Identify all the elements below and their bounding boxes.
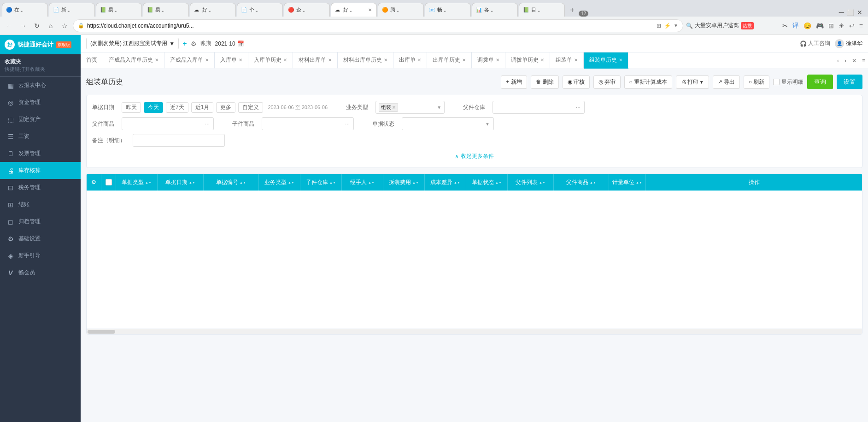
browser-tab-9[interactable]: 🟠 腾... (378, 3, 424, 17)
sort-status[interactable]: ▲▼ (495, 181, 502, 184)
browser-tab-7[interactable]: 🔴 企... (284, 3, 330, 17)
page-tab-in-history[interactable]: 入库单历史 ✕ (248, 52, 293, 69)
emoji-icon[interactable]: 😊 (802, 21, 813, 31)
display-checkbox[interactable] (773, 79, 780, 85)
browser-tab-8[interactable]: ☁ 好... ✕ (331, 3, 377, 17)
th-fee[interactable]: 拆装费用 ▲▼ (383, 174, 425, 191)
sidebar-item-salary[interactable]: ☰ 工资 (0, 128, 81, 145)
calendar-icon[interactable]: 📅 (237, 40, 244, 47)
status-dropdown-icon[interactable]: ▼ (485, 121, 490, 127)
page-tab-material-out[interactable]: 材料出库单 ✕ (293, 52, 338, 69)
tab-close-material-out-history[interactable]: ✕ (384, 58, 387, 63)
sidebar-item-settings[interactable]: ⚙ 基础设置 (0, 230, 81, 247)
scissors-icon[interactable]: ✂ (781, 21, 789, 31)
th-status[interactable]: 单据状态 ▲▼ (466, 174, 508, 191)
th-handler[interactable]: 经手人 ▲▼ (342, 174, 383, 191)
th-checkbox[interactable] (101, 174, 116, 191)
sidebar-item-closing[interactable]: ⊞ 结账 (0, 196, 81, 213)
sun-icon[interactable]: ☀ (837, 21, 846, 31)
yesterday-button[interactable]: 昨天 (122, 102, 141, 113)
favorites-subtitle[interactable]: 快捷键打开收藏夹 (5, 66, 76, 73)
browser-tab-3[interactable]: 📗 易... (96, 3, 142, 17)
browser-tab-10[interactable]: 📧 畅... (425, 3, 471, 17)
browser-tab-11[interactable]: 📊 各... (472, 3, 518, 17)
browser-tab-6[interactable]: 📄 个... (237, 3, 283, 17)
tab-close-all-button[interactable]: ✕ (849, 56, 859, 66)
home-button[interactable]: ⌂ (45, 20, 56, 31)
sidebar-logo[interactable]: 好 畅捷通好会计 旗舰版 (0, 35, 81, 54)
week-button[interactable]: 近7天 (166, 102, 188, 113)
notes-input[interactable] (133, 134, 225, 147)
refresh-button[interactable]: ↻ (31, 20, 42, 31)
print-dropdown-icon[interactable]: ▼ (699, 80, 704, 85)
tab-close-assembly-history[interactable]: ✕ (619, 58, 622, 63)
sort-date[interactable]: ▲▼ (189, 181, 195, 184)
bookmark-button[interactable]: ☆ (59, 20, 70, 31)
search-area[interactable]: 🔍 大量安卓用户逃离 热搜 (686, 22, 778, 29)
sort-unit[interactable]: ▲▼ (636, 181, 642, 184)
service-button[interactable]: 🎧 人工咨询 (800, 40, 830, 47)
sidebar-item-inventory[interactable]: 🖨 库存核算 (0, 162, 81, 179)
browser-tab-1[interactable]: 🔵 在... (2, 3, 48, 17)
tab-close-out[interactable]: ✕ (417, 58, 421, 63)
abandon-button[interactable]: ◎ 弃审 (593, 75, 621, 89)
qr-icon[interactable]: ⊞ (657, 23, 661, 29)
th-type[interactable]: 单据类型 ▲▼ (116, 174, 158, 191)
sort-parent-list[interactable]: ▲▼ (539, 181, 545, 184)
browser-tab-2[interactable]: 📄 新... (49, 3, 95, 17)
select-all-checkbox[interactable] (106, 179, 112, 185)
sidebar-item-archive[interactable]: ◻ 归档管理 (0, 213, 81, 230)
biz-type-dropdown[interactable]: ▼ (437, 105, 441, 110)
sidebar-item-tax[interactable]: ⊟ 税务管理 (0, 179, 81, 196)
sort-parent-goods[interactable]: ▲▼ (590, 181, 596, 184)
tab-close-material-out[interactable]: ✕ (328, 58, 332, 63)
close-window-button[interactable]: ✕ (857, 9, 862, 16)
grid-icon[interactable]: ⊞ (827, 21, 835, 31)
page-tab-out[interactable]: 出库单 ✕ (393, 52, 427, 69)
add-button[interactable]: + 新增 (501, 75, 527, 89)
address-bar[interactable]: 🔒 https://cloud.chanjet.com/accounting/u… (73, 19, 683, 32)
translate-icon[interactable]: 译 (791, 20, 800, 31)
scrollbar-thumb[interactable] (88, 330, 115, 334)
collapse-button[interactable]: ∧ 收起更多条件 (92, 150, 856, 162)
browser-tab-12[interactable]: 📗 目... (519, 3, 565, 17)
child-goods-input[interactable]: ··· (262, 117, 354, 130)
page-tab-transfer-history[interactable]: 调拨单历史 ✕ (505, 52, 550, 69)
page-tab-prod-in-history[interactable]: 产成品入库单历史 ✕ (103, 52, 164, 69)
sidebar-item-assets[interactable]: ⬚ 固定资产 (0, 111, 81, 128)
parent-warehouse-dots[interactable]: ··· (576, 104, 581, 110)
th-warehouse[interactable]: 子件仓库 ▲▼ (300, 174, 342, 191)
maximize-button[interactable]: ⬜ (847, 9, 854, 16)
sidebar-item-guide[interactable]: ◈ 新手引导 (0, 247, 81, 264)
today-button[interactable]: 今天 (144, 102, 163, 113)
biz-type-tag-close[interactable]: ✕ (392, 105, 396, 110)
child-goods-dots[interactable]: ··· (345, 121, 350, 127)
sidebar-item-member[interactable]: V 畅会员 (0, 264, 81, 281)
sort-num[interactable]: ▲▼ (240, 181, 246, 184)
tab-close-transfer-history[interactable]: ✕ (540, 58, 544, 63)
audit-button[interactable]: ◉ 审核 (563, 75, 590, 89)
th-gear[interactable]: ⚙ (87, 174, 101, 191)
more-date-button[interactable]: 更多 (216, 102, 235, 113)
parent-warehouse-input[interactable]: ··· (493, 101, 585, 114)
th-date[interactable]: 单据日期 ▲▼ (158, 174, 204, 191)
tab-close-out-history[interactable]: ✕ (462, 58, 466, 63)
menu-icon[interactable]: ≡ (858, 21, 864, 31)
add-company-button[interactable]: + (182, 40, 187, 48)
sort-handler[interactable]: ▲▼ (368, 181, 375, 184)
recalc-button[interactable]: ○ 重新计算成本 (624, 75, 672, 89)
display-toggle[interactable]: 显示明细 (773, 78, 803, 86)
page-tab-material-out-history[interactable]: 材料出库单历史 ✕ (338, 52, 393, 69)
print-button[interactable]: 🖨 打印 ▼ (676, 75, 709, 89)
th-cost[interactable]: 成本差异 ▲▼ (425, 174, 466, 191)
dropdown-icon[interactable]: ▼ (674, 23, 678, 28)
user-button[interactable]: 👤 徐泽华 (835, 39, 862, 48)
back-button[interactable]: ← (4, 20, 15, 31)
page-tab-prod-in[interactable]: 产成品入库单 ✕ (164, 52, 215, 69)
biz-type-input[interactable]: 组装 ✕ ▼ (375, 101, 445, 114)
status-input[interactable]: ▼ (402, 117, 494, 130)
lightning-icon[interactable]: ⚡ (664, 23, 671, 29)
game-icon[interactable]: 🎮 (815, 21, 825, 31)
th-num[interactable]: 单据编号 ▲▼ (204, 174, 259, 191)
refresh-action-button[interactable]: ○ 刷新 (744, 75, 769, 89)
